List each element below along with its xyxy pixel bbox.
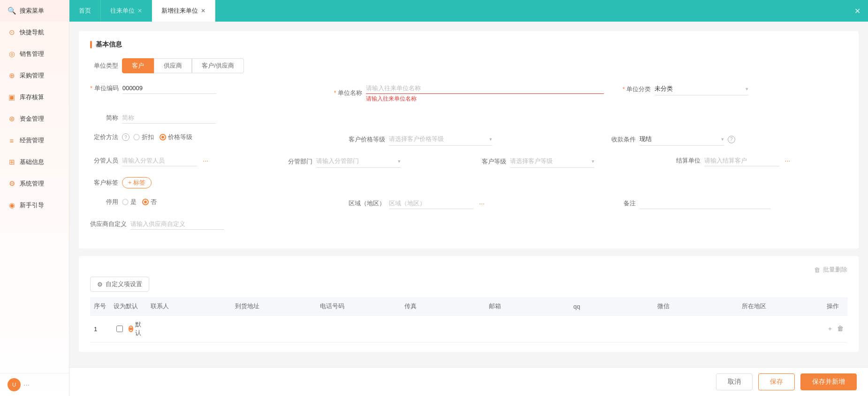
- dept-field: 分管部门 请输入分管部门 ▾: [284, 155, 460, 168]
- short-name-input[interactable]: [122, 112, 216, 124]
- sidebar-item-label: 库存核算: [20, 93, 44, 101]
- unit-category-select[interactable]: 未分类 ▾: [655, 83, 748, 95]
- cell-default: 默认: [110, 316, 147, 342]
- col-action: 操作: [823, 297, 847, 316]
- radio-price-level-label: 价格等级: [168, 133, 192, 141]
- search-icon: 🔍: [8, 7, 16, 15]
- sidebar-search[interactable]: 🔍 搜索菜单: [0, 0, 69, 22]
- cancel-button[interactable]: 取消: [716, 373, 753, 390]
- cell-phone[interactable]: [316, 316, 401, 342]
- sidebar-item-sales[interactable]: ◎ 销售管理: [0, 43, 69, 65]
- sidebar-item-inventory[interactable]: ▣ 库存核算: [0, 86, 69, 108]
- customer-level-select[interactable]: 请选择客户等级 ▾: [510, 155, 594, 168]
- pricing-radio-group: 折扣 价格等级: [133, 133, 192, 141]
- sidebar-item-label: 采购管理: [20, 71, 44, 80]
- section-title-text: 基本信息: [96, 40, 122, 49]
- payment-terms-select[interactable]: 现结 ▾: [640, 133, 724, 146]
- col-default: 设为默认: [110, 297, 147, 316]
- cell-fax[interactable]: [401, 316, 485, 342]
- default-radio[interactable]: 默认: [129, 320, 143, 337]
- unit-type-row: 单位类型 客户 供应商 客户/供应商: [90, 58, 847, 73]
- customer-price-level-label: 客户价格等级: [349, 135, 385, 144]
- supplier-custom-input[interactable]: [130, 218, 224, 230]
- btn-supplier[interactable]: 供应商: [154, 58, 192, 73]
- customer-price-level-select[interactable]: 请选择客户价格等级 ▾: [389, 133, 492, 146]
- pricing-help-icon[interactable]: ?: [122, 133, 129, 141]
- radio-price-level[interactable]: 价格等级: [160, 133, 192, 141]
- btn-both[interactable]: 客户/供应商: [192, 58, 244, 73]
- save-button[interactable]: 保存: [758, 373, 795, 390]
- sidebar-item-basic[interactable]: ⊞ 基础信息: [0, 151, 69, 173]
- unit-type-group: 客户 供应商 客户/供应商: [122, 58, 244, 73]
- settlement-more-btn[interactable]: ···: [785, 157, 791, 164]
- manager-more-btn[interactable]: ···: [203, 157, 208, 164]
- region-table-input[interactable]: [742, 326, 819, 333]
- btn-customer[interactable]: 客户: [122, 58, 154, 73]
- basic-icon: ⊞: [8, 158, 16, 166]
- customer-level-chevron: ▾: [592, 158, 594, 164]
- save-add-button[interactable]: 保存并新增: [800, 373, 857, 390]
- remark-input[interactable]: [640, 198, 771, 209]
- unit-code-field: 单位编码: [90, 83, 315, 94]
- sidebar-item-quick-nav[interactable]: ⊙ 快捷导航: [0, 22, 69, 43]
- tab-add-partner-label: 新增往来单位: [161, 7, 198, 15]
- tab-home[interactable]: 首页: [69, 0, 101, 22]
- phone-input[interactable]: [320, 326, 397, 333]
- settlement-unit-input[interactable]: [704, 155, 779, 166]
- sidebar-item-label: 系统管理: [20, 179, 44, 188]
- dept-select[interactable]: 请输入分管部门 ▾: [316, 155, 401, 168]
- sidebar-item-finance[interactable]: ⊛ 资金管理: [0, 108, 69, 130]
- region-label: 区域（地区）: [349, 199, 385, 208]
- dept-placeholder: 请输入分管部门: [316, 157, 396, 165]
- settlement-unit-field: 结算单位 ···: [672, 155, 848, 166]
- add-row-btn[interactable]: ＋: [827, 325, 833, 333]
- batch-delete-icon: 🗑: [814, 266, 820, 273]
- radio-disabled-no[interactable]: 否: [142, 198, 157, 206]
- tab-partner-list[interactable]: 往来单位 ✕: [101, 0, 152, 22]
- cell-email[interactable]: [485, 316, 570, 342]
- sidebar-item-purchase[interactable]: ⊕ 采购管理: [0, 65, 69, 86]
- sidebar-item-system[interactable]: ⚙ 系统管理: [0, 173, 69, 194]
- cell-region[interactable]: [738, 316, 823, 342]
- delete-row-btn[interactable]: 🗑: [837, 325, 844, 333]
- unit-type-label: 单位类型: [90, 62, 118, 70]
- batch-delete-btn[interactable]: 🗑 批量删除: [90, 265, 847, 274]
- operations-icon: ≡: [8, 136, 16, 145]
- radio-discount[interactable]: 折扣: [133, 133, 154, 141]
- tab-add-partner-close[interactable]: ✕: [201, 8, 206, 14]
- radio-disabled-yes[interactable]: 是: [122, 198, 137, 206]
- address-input[interactable]: [235, 326, 312, 333]
- tab-bar-close-all[interactable]: ✕: [847, 0, 868, 22]
- cell-wechat[interactable]: [654, 316, 738, 342]
- unit-name-input[interactable]: [366, 83, 604, 94]
- payment-help-icon[interactable]: ?: [728, 136, 735, 143]
- fax-input[interactable]: [404, 326, 481, 333]
- row-checkbox[interactable]: [114, 326, 126, 332]
- manager-input[interactable]: [122, 155, 197, 166]
- cell-contact[interactable]: [147, 316, 231, 342]
- add-tag-button[interactable]: + 标签: [122, 177, 152, 188]
- region-input[interactable]: [389, 198, 473, 209]
- cell-qq[interactable]: [570, 316, 654, 342]
- contact-input[interactable]: [151, 326, 228, 333]
- custom-settings-button[interactable]: ⚙ 自定义项设置: [90, 277, 149, 292]
- tab-home-label: 首页: [79, 7, 91, 15]
- radio-price-level-dot: [160, 134, 166, 140]
- disabled-radio-group: 是 否: [122, 198, 157, 206]
- manager-label: 分管人员: [90, 156, 118, 165]
- cell-address[interactable]: [231, 316, 316, 342]
- section-title: 基本信息: [90, 40, 847, 49]
- sidebar-item-guide[interactable]: ◉ 新手引导: [0, 194, 69, 216]
- tab-partner-list-close[interactable]: ✕: [137, 8, 142, 14]
- unit-code-input[interactable]: [122, 83, 216, 94]
- payment-terms-label: 收款条件: [608, 135, 636, 144]
- qq-input[interactable]: [573, 326, 650, 333]
- region-more-btn[interactable]: ···: [479, 200, 485, 207]
- supplier-custom-label: 供应商自定义: [90, 220, 127, 228]
- unit-type-field: 单位类型 客户 供应商 客户/供应商: [90, 58, 847, 73]
- email-input[interactable]: [489, 326, 566, 333]
- tab-add-partner[interactable]: 新增往来单位 ✕: [152, 0, 215, 22]
- unit-name-wrapper: 请输入往来单位名称: [366, 83, 604, 103]
- wechat-input[interactable]: [657, 326, 734, 333]
- sidebar-item-operations[interactable]: ≡ 经营管理: [0, 130, 69, 151]
